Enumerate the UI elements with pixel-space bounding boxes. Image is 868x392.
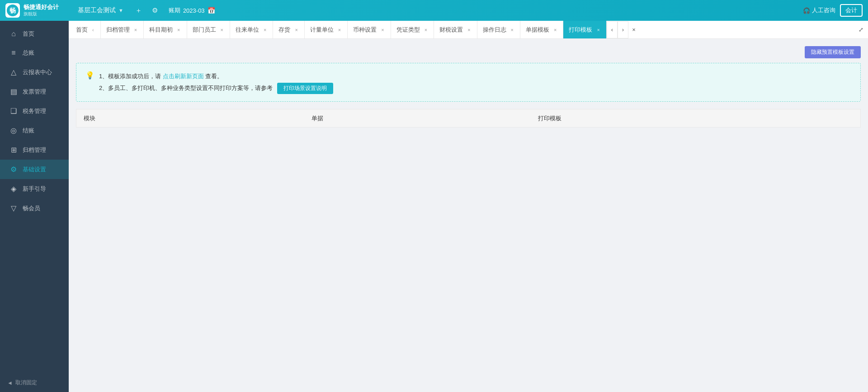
col-module: 模块 <box>76 109 305 128</box>
sidebar-item-invoice[interactable]: ▤ 发票管理 <box>0 82 69 101</box>
tab-archive-mgmt[interactable]: 归档管理 × <box>101 21 144 39</box>
cancel-fixed-icon: ◄ <box>7 380 13 386</box>
logo-icon: 畅 <box>5 3 20 18</box>
print-template-table: 模块 单据 打印模板 <box>76 109 861 128</box>
tab-dept-staff[interactable]: 部门员工 × <box>187 21 230 39</box>
reports-icon: △ <box>9 68 18 76</box>
tab-currency-label: 币种设置 <box>353 26 377 34</box>
tab-home-nav[interactable]: ‹ <box>91 27 95 33</box>
content-area: 首页 ‹ 归档管理 × 科目期初 × 部门员工 × 往来单位 × 存货 × <box>69 21 868 392</box>
top-right-actions: 🎧 人工咨询 会计 <box>803 4 863 17</box>
guide-icon: ◈ <box>9 184 18 193</box>
notice-content: 1、模板添加成功后，请 点击刷新新页面 查看。 2、多员工、多打印机、多种业务类… <box>99 71 333 94</box>
invoice-icon: ▤ <box>9 87 18 96</box>
tab-measure-close[interactable]: × <box>337 27 342 33</box>
tax-icon: ❑ <box>9 107 18 115</box>
home-icon: ⌂ <box>9 30 18 38</box>
checkout-icon: ◎ <box>9 126 18 135</box>
tab-home[interactable]: 首页 ‹ <box>71 21 101 39</box>
tab-print-template[interactable]: 打印模板 × <box>563 21 606 39</box>
tab-archive-close[interactable]: × <box>133 27 138 33</box>
sidebar-item-ledger[interactable]: ≡ 总账 <box>0 43 69 62</box>
print-scene-button[interactable]: 打印场景设置说明 <box>277 83 333 94</box>
settings-icon[interactable]: ⚙ <box>149 4 161 17</box>
sidebar-item-checkout[interactable]: ◎ 结账 <box>0 121 69 140</box>
hide-preview-button[interactable]: 隐藏预置模板设置 <box>805 46 861 58</box>
tab-single-label: 单据模板 <box>526 26 549 34</box>
sidebar-item-label: 税务管理 <box>23 107 46 115</box>
tab-voucher-close[interactable]: × <box>424 27 428 33</box>
tab-prev-button[interactable]: ‹ <box>607 21 618 38</box>
logo-area: 畅 畅捷通好会计 旗舰版 <box>5 3 74 18</box>
tab-inventory[interactable]: 存货 × <box>273 21 304 39</box>
tab-bar: 首页 ‹ 归档管理 × 科目期初 × 部门员工 × 往来单位 × 存货 × <box>69 21 868 39</box>
tab-operation-log[interactable]: 操作日志 × <box>477 21 520 39</box>
archive-icon: ⊞ <box>9 146 18 154</box>
tab-subject-close[interactable]: × <box>176 27 181 33</box>
company-selector[interactable]: 基层工会测试 ▼ <box>74 5 127 16</box>
tab-currency[interactable]: 币种设置 × <box>348 21 391 39</box>
notice-line1: 1、模板添加成功后，请 点击刷新新页面 查看。 <box>99 71 333 82</box>
tab-log-label: 操作日志 <box>483 26 506 34</box>
ledger-icon: ≡ <box>9 49 18 57</box>
sidebar-item-tax[interactable]: ❑ 税务管理 <box>0 101 69 121</box>
notice-line2: 2、多员工、多打印机、多种业务类型设置不同打印方案等，请参考 打印场景设置说明 <box>99 82 333 94</box>
sidebar-item-home[interactable]: ⌂ 首页 <box>0 24 69 43</box>
tab-measure-unit[interactable]: 计量单位 × <box>305 21 348 39</box>
tab-partner-label: 往来单位 <box>236 26 259 34</box>
account-button[interactable]: 会计 <box>840 4 863 17</box>
table-header-row: 模块 单据 打印模板 <box>76 109 861 128</box>
tab-single-template[interactable]: 单据模板 × <box>520 21 563 39</box>
settings-sidebar-icon: ⚙ <box>9 165 18 174</box>
tab-currency-close[interactable]: × <box>380 27 385 33</box>
tab-print-close[interactable]: × <box>596 27 600 33</box>
sidebar-item-guide[interactable]: ◈ 新手引导 <box>0 179 69 198</box>
action-bar: 隐藏预置模板设置 <box>76 46 861 58</box>
page-content: 隐藏预置模板设置 💡 1、模板添加成功后，请 点击刷新新页面 查看。 2、多员工… <box>69 39 868 392</box>
sidebar-item-label: 基础设置 <box>23 165 46 174</box>
headset-icon: 🎧 <box>803 7 810 14</box>
sidebar-item-label: 发票管理 <box>23 88 46 96</box>
tab-home-label: 首页 <box>76 26 88 34</box>
bulb-icon: 💡 <box>85 71 94 80</box>
refresh-link[interactable]: 点击刷新新页面 <box>163 73 204 80</box>
top-bar-actions: ＋ ⚙ <box>132 4 161 17</box>
company-name: 基层工会测试 <box>78 6 116 14</box>
sidebar-item-reports[interactable]: △ 云报表中心 <box>0 62 69 82</box>
sidebar-item-label: 畅会员 <box>23 204 40 213</box>
tab-archive-label: 归档管理 <box>106 26 130 34</box>
sidebar-item-label: 结账 <box>23 127 34 135</box>
tab-voucher-label: 凭证类型 <box>396 26 420 34</box>
col-print-template: 打印模板 <box>531 109 860 128</box>
tab-single-close[interactable]: × <box>553 27 557 33</box>
tab-tax-close[interactable]: × <box>467 27 471 33</box>
sidebar-item-member[interactable]: ▽ 畅会员 <box>0 198 69 218</box>
tab-voucher-type[interactable]: 凭证类型 × <box>391 21 434 39</box>
tab-print-label: 打印模板 <box>569 26 592 34</box>
tab-partner-close[interactable]: × <box>263 27 267 33</box>
cancel-fixed-label: 取消固定 <box>15 379 37 387</box>
sidebar-item-settings[interactable]: ⚙ 基础设置 <box>0 160 69 179</box>
sidebar-item-archive[interactable]: ⊞ 归档管理 <box>0 140 69 160</box>
tab-close-all-button[interactable]: × <box>628 21 639 38</box>
tab-log-close[interactable]: × <box>510 27 514 33</box>
tab-next-button[interactable]: › <box>618 21 628 38</box>
tab-subject-label: 科目期初 <box>149 26 173 34</box>
tab-dept-close[interactable]: × <box>220 27 224 33</box>
tab-subject-period[interactable]: 科目期初 × <box>144 21 187 39</box>
table-header: 模块 单据 打印模板 <box>76 109 861 128</box>
sidebar-item-label: 总账 <box>23 49 34 57</box>
notice-title-area: 💡 1、模板添加成功后，请 点击刷新新页面 查看。 2、多员工、多打印机、多种业… <box>85 71 851 94</box>
calendar-icon[interactable]: 📅 <box>208 7 215 14</box>
tab-partner[interactable]: 往来单位 × <box>230 21 273 39</box>
tab-tax-settings[interactable]: 财税设置 × <box>434 21 477 39</box>
tab-inventory-close[interactable]: × <box>294 27 298 33</box>
period-label: 账期 2023-03 📅 <box>169 6 215 14</box>
tab-dept-label: 部门员工 <box>193 26 216 34</box>
cancel-fixed-button[interactable]: ◄ 取消固定 <box>0 373 69 392</box>
logo-text: 畅捷通好会计 旗舰版 <box>24 4 59 18</box>
add-tab-button[interactable]: ＋ <box>132 4 145 17</box>
main-layout: ⌂ 首页 ≡ 总账 △ 云报表中心 ▤ 发票管理 ❑ 税务管理 ◎ 结账 ⊞ 归… <box>0 21 868 392</box>
tab-expand-button[interactable]: ⤢ <box>855 21 866 38</box>
customer-service-button[interactable]: 🎧 人工咨询 <box>803 6 835 14</box>
